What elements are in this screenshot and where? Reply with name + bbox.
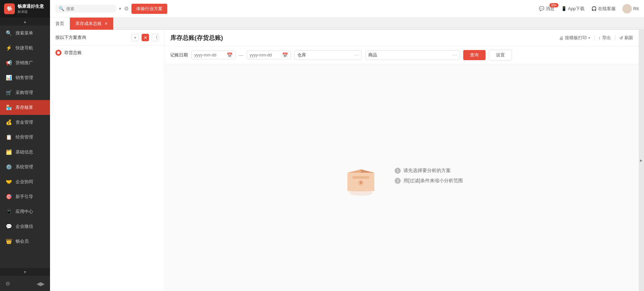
product-label: 商品 [368,52,377,58]
refresh-btn[interactable]: ↺ 刷新 [619,35,633,41]
refresh-icon: ↺ [619,35,623,41]
inventory-icon: 🏪 [5,104,12,111]
content-header-actions: 🖨 按模板打印 ▾ ↑ 导出 ↺ 刷新 [559,35,634,41]
sidebar-item-marketing[interactable]: 📢营销推广 [0,55,50,70]
user-avatar[interactable]: Rit [622,4,639,14]
online-service-btn[interactable]: 🎧 在线客服 [591,6,616,12]
sidebar-item-sales[interactable]: 📊销售管理 [0,70,50,85]
guide-icon: 🎯 [5,193,12,200]
sidebar-item-label: 企业微信 [16,223,33,229]
online-service-label: 在线客服 [598,6,616,12]
calendar-end-icon[interactable]: 📅 [282,52,288,58]
main-content: 🔍 ▾ ⚙ 体验行业方案 💬 消息 99+ 📱 App下载 🎧 在线客服 Rit [50,0,644,291]
export-btn[interactable]: ↑ 导出 [599,35,611,41]
export-icon: ↑ [599,35,601,41]
sidebar-item-member[interactable]: 👑畅会员 [0,234,50,249]
filter-item-label: 存货总账 [64,50,82,56]
empty-text: 1 请先选择要分析的方案 2 用[过滤]条件来缩小分析范围 [395,168,463,188]
topbar-search-wrap: 🔍 [55,5,116,13]
settings-icon[interactable]: ⚙ [5,281,10,287]
filter-collapse-btn[interactable]: 《 [152,34,159,41]
query-btn[interactable]: 查询 [463,50,486,60]
empty-state: 1 请先选择要分析的方案 2 用[过滤]条件来缩小分析范围 [165,64,639,291]
sales-icon: 📊 [5,74,12,81]
sidebar-item-operation[interactable]: 📋经营管理 [0,130,50,145]
filter-header: 按以下方案查询 + ✕ 《 [50,30,165,46]
sidebar-item-label: 系统管理 [16,164,33,170]
sidebar-item-quick-nav[interactable]: ⚡快捷导航 [0,41,50,55]
calendar-start-icon[interactable]: 📅 [227,52,232,58]
filter-delete-btn[interactable]: ✕ [142,34,149,41]
date-separator: — [239,53,243,58]
search-input[interactable] [66,6,100,11]
scroll-down-btn[interactable]: ▼ [0,268,50,276]
content-area: 库存总账(存货总账) 🖨 按模板打印 ▾ ↑ 导出 ↺ 刷 [165,30,639,291]
warehouse-input-wrap[interactable]: 仓库 ··· [294,50,362,60]
date-end-input[interactable] [250,53,280,57]
divider-1 [594,35,595,41]
message-btn[interactable]: 💬 消息 99+ [539,6,554,12]
collapse-icon[interactable]: ◀▶ [36,281,45,287]
topbar-settings-icon[interactable]: ⚙ [124,5,129,12]
logo-icon: 畅 [4,3,15,14]
product-input-wrap[interactable]: 商品 ··· [365,50,460,60]
sidebar-item-label: 企业协同 [16,179,33,185]
sidebar-item-label: 应用中心 [16,209,33,215]
divider-2 [615,35,615,41]
sidebar-item-basic-info[interactable]: 🗂️基础信息 [0,145,50,160]
search-icon: 🔍 [59,6,64,11]
empty-step-1: 1 请先选择要分析的方案 [395,168,463,174]
sidebar-item-system[interactable]: ⚙️系统管理 [0,160,50,174]
sidebar: 畅 畅康通好生意 标准版 ▲ 🔍搜索菜单⚡快捷导航📢营销推广📊销售管理🛒采购管理… [0,0,50,291]
empty-illustration [341,157,381,198]
tab-home[interactable]: 首页 [50,18,70,30]
tabs-bar: 首页 库存成本总账 ✕ [50,18,644,30]
filter-actions: + ✕ 《 [131,34,159,41]
step-num-2: 2 [395,178,401,184]
sidebar-item-inventory[interactable]: 🏪库存核算 [0,100,50,115]
sidebar-item-guide[interactable]: 🎯新手引导 [0,189,50,204]
sidebar-item-label: 基础信息 [16,149,33,155]
settings-btn[interactable]: 设置 [489,50,512,60]
sidebar-item-wechat[interactable]: 💬企业微信 [0,219,50,234]
tab-close-icon[interactable]: ✕ [104,21,108,26]
message-badge: 99+ [549,3,559,7]
sidebar-item-label: 快捷导航 [16,45,33,51]
avatar-img [622,4,632,14]
warehouse-more-icon[interactable]: ··· [354,52,359,58]
sidebar-item-finance[interactable]: 💰资金管理 [0,115,50,130]
sidebar-item-app-center[interactable]: 📱应用中心 [0,204,50,219]
svg-point-0 [57,51,60,54]
product-more-icon[interactable]: ··· [452,52,457,58]
operation-icon: 📋 [5,134,12,141]
purchase-icon: 🛒 [5,89,12,96]
sidebar-item-purchase[interactable]: 🛒采购管理 [0,85,50,100]
sidebar-item-label: 经营管理 [16,134,33,140]
sidebar-item-label: 新手引导 [16,194,33,200]
filter-add-btn[interactable]: + [131,34,139,41]
app-logo: 畅 畅康通好生意 标准版 [0,0,50,18]
sidebar-item-label: 畅会员 [16,238,29,244]
industry-btn[interactable]: 体验行业方案 [131,4,167,14]
page-title: 库存总账(存货总账) [170,34,223,42]
app-download-btn[interactable]: 📱 App下载 [561,6,585,12]
tab-inventory-cost[interactable]: 库存成本总账 ✕ [70,18,114,30]
topbar-dropdown-icon[interactable]: ▾ [119,6,121,11]
app-download-label: App下载 [568,6,585,12]
tab-home-label: 首页 [55,21,64,27]
query-bar: 记账日期 📅 — 📅 仓库 ··· 商品 ··· [165,46,639,64]
svg-rect-3 [352,176,369,179]
scroll-up-btn[interactable]: ▲ [0,18,50,26]
sidebar-item-label: 库存核算 [16,104,33,111]
date-end-wrap: 📅 [247,51,291,59]
right-toggle-panel[interactable]: ▶ [639,30,644,291]
print-dropdown-icon[interactable]: ▾ [588,36,590,40]
print-btn[interactable]: 🖨 按模板打印 ▾ [559,35,590,41]
sidebar-item-cooperation[interactable]: 🤝企业协同 [0,174,50,189]
cooperation-icon: 🤝 [5,178,12,185]
sidebar-item-search-menu[interactable]: 🔍搜索菜单 [0,26,50,41]
quick-nav-icon: ⚡ [5,45,12,51]
filter-item-inventory[interactable]: 存货总账 [50,46,165,60]
date-start-input[interactable] [194,53,225,57]
export-label: 导出 [602,35,611,41]
